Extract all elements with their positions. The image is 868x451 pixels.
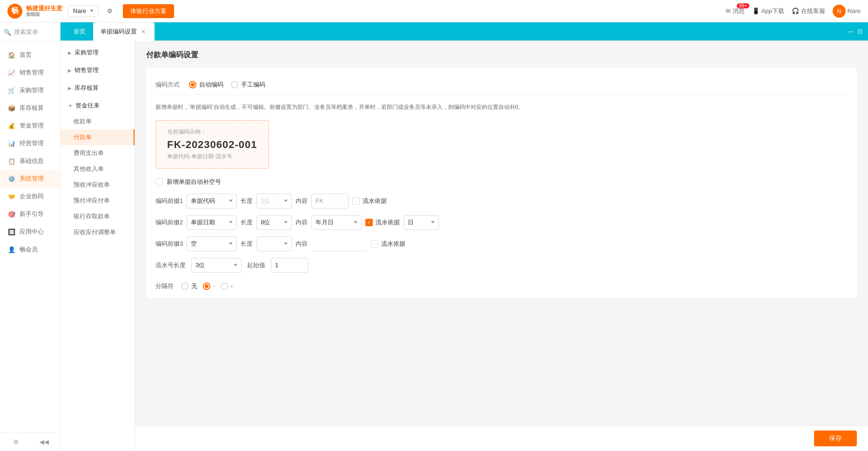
sidebar-item-member[interactable]: 👤 畅会员 <box>0 241 60 258</box>
prefix3-select[interactable]: 空 <box>187 236 237 251</box>
menu-item-expense[interactable]: 费用支出单 <box>61 145 135 161</box>
trial-button[interactable]: 体验行业方案 <box>123 4 174 18</box>
menu-item-payment[interactable]: 付款单 <box>61 129 135 145</box>
tab-close-icon[interactable]: ✕ <box>140 28 147 35</box>
message-button[interactable]: ✉ 消息 99+ <box>726 7 745 15</box>
search-menu-button[interactable]: 🔍 搜索菜单 <box>0 22 60 42</box>
serial-length-select[interactable]: 3位 <box>191 258 242 273</box>
tab-home[interactable]: 首页 <box>66 22 93 41</box>
prefix1-select[interactable]: 单据代码 <box>187 194 237 209</box>
sidebar-item-operations[interactable]: 📊 经营管理 <box>0 135 60 152</box>
prefix2-content-select[interactable]: 年月日 <box>311 215 362 230</box>
prefix2-length-select[interactable]: 8位 <box>256 215 292 230</box>
auto-code-radio-circle <box>189 81 196 88</box>
prefix1-content-label: 内容 <box>296 197 308 205</box>
sidebar-item-newguide[interactable]: 🎯 新手引导 <box>0 205 60 223</box>
menu-group-sales: ▶ 销售管理 <box>61 62 135 78</box>
menu-group-purchase: ▶ 采购管理 <box>61 45 135 61</box>
prefix2-period-select[interactable]: 日 <box>404 215 439 230</box>
sidebar-item-system[interactable]: ⚙️ 系统管理 <box>0 170 60 188</box>
prefix1-label: 编码前缀1 <box>155 197 183 205</box>
sep-none-radio[interactable]: 无 <box>181 282 197 290</box>
prefix3-length-select[interactable] <box>256 236 292 251</box>
settings-icon[interactable]: ⚙ <box>102 4 117 19</box>
sidebar-nav: 🏠 首页 📈 销售管理 🛒 采购管理 📦 库存核算 💰 资金管理 📊 经 <box>0 42 60 432</box>
menu-item-receipt[interactable]: 收款单 <box>61 114 135 129</box>
sidebar-item-purchase[interactable]: 🛒 采购管理 <box>0 81 60 99</box>
logo-text: 畅捷通好生意 旗舰版 <box>26 5 62 18</box>
sidebar-label-system: 系统管理 <box>20 175 44 183</box>
prefix2-select[interactable]: 单据日期 <box>187 215 237 230</box>
prefix3-content-label: 内容 <box>296 240 308 248</box>
app-download-button[interactable]: 📱 App下载 <box>752 7 784 15</box>
sidebar-settings-icon[interactable]: ⚙ <box>4 438 28 445</box>
tab-maximize-icon[interactable]: ⊡ <box>857 28 862 35</box>
logo-sub: 旗舰版 <box>26 12 62 17</box>
online-service-button[interactable]: 🎧 在线客服 <box>792 7 825 15</box>
auto-fill-checkbox[interactable] <box>155 178 163 186</box>
preview-label: 当前编码示例： <box>167 128 257 136</box>
menu-group-sales-title[interactable]: ▶ 销售管理 <box>61 62 135 78</box>
tab-minimize-icon[interactable]: — <box>848 28 854 35</box>
prefix2-content-arrow-icon <box>354 221 357 223</box>
menu-group-purchase-label: 采购管理 <box>74 48 99 57</box>
menu-item-bank-deposit[interactable]: 银行存取款单 <box>61 209 135 224</box>
member-icon: 👤 <box>7 245 16 254</box>
menu-item-adjust[interactable]: 应收应付调整单 <box>61 224 135 240</box>
prefix1-serial-checkbox[interactable] <box>352 197 360 205</box>
sidebar-item-finance[interactable]: 💰 资金管理 <box>0 117 60 135</box>
dropdown-arrow-icon <box>90 10 94 12</box>
prefix2-length-value: 8位 <box>261 218 270 227</box>
prefix2-content-label: 内容 <box>296 218 308 227</box>
sep-radio-group: 无 · - <box>181 282 233 290</box>
sidebar-item-inventory[interactable]: 📦 库存核算 <box>0 99 60 117</box>
sidebar-item-home[interactable]: 🏠 首页 <box>0 46 60 64</box>
sep-dot-radio[interactable]: · <box>203 283 215 290</box>
menu-item-advance-payment[interactable]: 预付冲应付单 <box>61 193 135 209</box>
manual-code-label: 手工编码 <box>241 81 265 89</box>
sep-dash-circle <box>221 283 228 290</box>
sidebar-collapse-icon[interactable]: ◀◀ <box>32 438 57 445</box>
prefix2-serial-checkbox[interactable]: ✓ <box>365 219 373 226</box>
sidebar-label-operations: 经营管理 <box>20 139 44 148</box>
company-dropdown[interactable]: Nare <box>68 5 99 17</box>
basic-icon: 📋 <box>7 157 16 165</box>
menu-group-capital-title[interactable]: ▼ 资金往来 <box>61 98 135 114</box>
save-button[interactable]: 保存 <box>814 431 857 446</box>
code-preview: 当前编码示例： FK-20230602-001 单据代码-单据日期-流水号 <box>155 120 269 168</box>
sidebar-item-enterprise[interactable]: 🤝 企业协同 <box>0 188 60 205</box>
auto-code-radio[interactable]: 自动编码 <box>189 81 223 89</box>
prefix2-length-arrow-icon <box>284 221 288 223</box>
prefix1-length-select[interactable]: 2位 <box>256 194 292 209</box>
serial-start-input[interactable]: 1 <box>271 258 308 273</box>
menu-group-inventory-label: 库存核算 <box>74 84 99 92</box>
sidebar-item-appcenter[interactable]: 🔲 应用中心 <box>0 223 60 241</box>
user-info[interactable]: N Nare <box>833 5 861 18</box>
sep-dash-radio[interactable]: - <box>221 283 233 290</box>
sidebar-item-basic[interactable]: 📋 基础信息 <box>0 152 60 170</box>
serial-start-value: 1 <box>275 262 278 269</box>
search-menu-label: 搜索菜单 <box>14 28 38 36</box>
tab-serial-settings[interactable]: 单据编码设置 ✕ <box>93 22 155 41</box>
menu-group-capital-label: 资金往来 <box>75 101 100 110</box>
manual-code-radio-circle <box>231 81 238 88</box>
menu-item-advance-collection[interactable]: 预收冲应收单 <box>61 177 135 193</box>
manual-code-radio[interactable]: 手工编码 <box>231 81 265 89</box>
service-label: 在线客服 <box>801 7 825 15</box>
preview-sub: 单据代码-单据日期-流水号 <box>167 153 257 161</box>
prefix3-serial-checkbox[interactable] <box>371 240 378 248</box>
system-icon: ⚙️ <box>7 175 16 183</box>
menu-group-purchase-title[interactable]: ▶ 采购管理 <box>61 45 135 61</box>
top-bar-controls: Nare ⚙ <box>68 4 117 19</box>
sidebar-item-sales[interactable]: 📈 销售管理 <box>0 64 60 81</box>
menu-item-other-income[interactable]: 其他收入单 <box>61 161 135 177</box>
menu-group-inventory-title[interactable]: ▶ 库存核算 <box>61 80 135 96</box>
sidebar-label-basic: 基础信息 <box>20 157 44 165</box>
radio-group: 自动编码 手工编码 <box>189 81 265 89</box>
prefix2-content-value: 年月日 <box>316 218 334 227</box>
search-icon: 🔍 <box>4 29 11 36</box>
appcenter-icon: 🔲 <box>7 228 16 236</box>
prefix3-length-label: 长度 <box>241 240 253 248</box>
prefix1-serial-label: 流水依据 <box>363 197 387 205</box>
prefix1-arrow-icon <box>229 200 233 202</box>
